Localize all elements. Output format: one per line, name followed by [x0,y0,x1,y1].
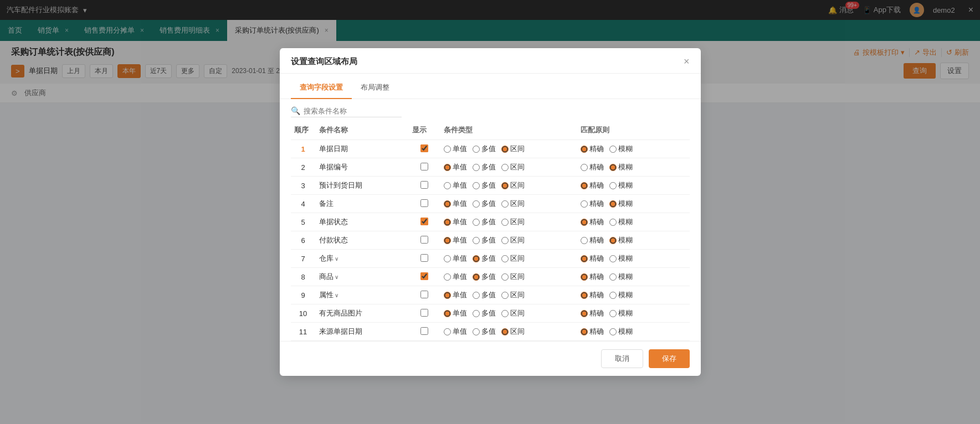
settings-dialog: 设置查询区域布局 × 查询字段设置 布局调整 🔍 顺序 [280,48,701,103]
modal-overlay: 设置查询区域布局 × 查询字段设置 布局调整 🔍 顺序 [0,0,980,103]
tab-layout-adjust[interactable]: 布局调整 [352,79,398,99]
dialog-title: 设置查询区域布局 [291,56,357,67]
dialog-search-area: 🔍 [280,99,701,103]
tab-query-fields[interactable]: 查询字段设置 [291,79,352,99]
dialog-tabs: 查询字段设置 布局调整 [280,74,701,99]
dialog-header: 设置查询区域布局 × [280,48,701,74]
dialog-close-button[interactable]: × [684,56,690,68]
